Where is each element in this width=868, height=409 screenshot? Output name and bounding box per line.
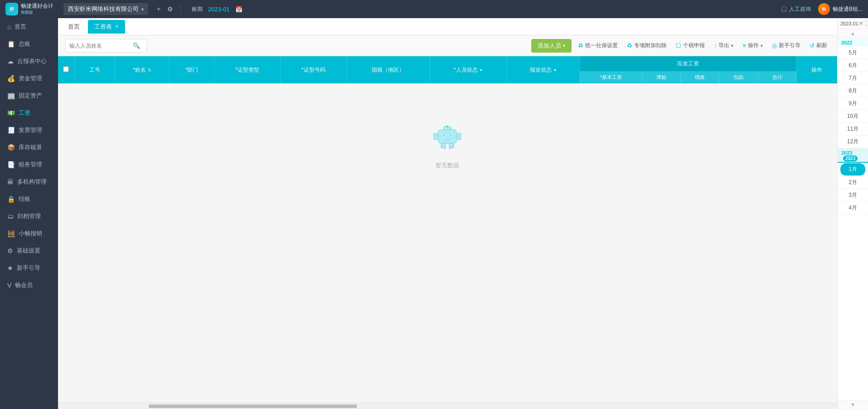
sidebar-item-member[interactable]: V 畅会员: [0, 277, 58, 294]
cal-month-2023-03[interactable]: 3月: [838, 189, 868, 202]
cal-month-2023-02[interactable]: 2月: [838, 176, 868, 189]
scroll-thumb[interactable]: [149, 404, 357, 408]
add-person-label: 添加人员: [538, 42, 561, 50]
cal-month-2022-08[interactable]: 8月: [838, 85, 868, 97]
member-icon: V: [7, 282, 11, 289]
social-security-label: 统一社保设置: [585, 42, 618, 49]
cal-month-2022-10[interactable]: 10月: [838, 110, 868, 123]
personal-tax-btn[interactable]: ☐ 个税申报: [673, 39, 708, 53]
expense-icon: 🧮: [7, 230, 15, 237]
cal-month-2023-04[interactable]: 4月: [838, 202, 868, 214]
sidebar-item-fixed-assets[interactable]: 🏢 固定资产: [0, 87, 58, 104]
sidebar-item-inventory[interactable]: 📦 库存核算: [0, 139, 58, 156]
sidebar-item-general-ledger[interactable]: 📋 总账: [0, 35, 58, 53]
sidebar-item-invoice[interactable]: 🧾 发票管理: [0, 122, 58, 139]
sidebar-label-expense: 小畅报销: [19, 229, 42, 238]
operations-icon: ≡: [742, 42, 746, 49]
sidebar-item-cloud-reports[interactable]: ☁ 云报表中心: [0, 53, 58, 70]
top-header: 好 畅捷通好会计 旗舰版 西安虾米网络科技有限公司 ▾ ＋ ⚙ 账期 2023-…: [0, 0, 868, 18]
cal-month-2022-06[interactable]: 6月: [838, 59, 868, 72]
export-icon: ↑: [714, 42, 717, 49]
sidebar-item-closing[interactable]: 🔒 结账: [0, 190, 58, 208]
operations-label: 操作: [748, 42, 759, 49]
cal-year-2022: 2022: [838, 38, 868, 47]
th-allowance: 津贴: [642, 71, 681, 83]
sidebar-item-home[interactable]: ⌂ 首页: [0, 18, 58, 35]
settings-icon[interactable]: ⚙: [167, 5, 173, 13]
cal-expand-btn[interactable]: ⛶: [865, 20, 868, 27]
tab-close-icon[interactable]: ✕: [115, 24, 119, 29]
guide-btn[interactable]: ◎ 新手引导: [769, 39, 803, 53]
fixed-assets-icon: 🏢: [7, 92, 15, 99]
sidebar-item-multi-org[interactable]: 🏛 多机构管理: [0, 173, 58, 190]
tab-home[interactable]: 首页: [62, 20, 86, 34]
th-performance: 绩效: [681, 71, 719, 83]
cal-months: 2022 5月 6月 7月 8月 9月 10月 11月 12月 2023 202…: [838, 38, 868, 400]
social-security-btn[interactable]: ♻ 统一社保设置: [575, 39, 621, 53]
filter-report-icon[interactable]: ▼: [553, 68, 557, 73]
select-all-checkbox[interactable]: [63, 66, 69, 72]
filter-status-icon[interactable]: ▼: [479, 68, 483, 73]
cal-scroll-up-btn[interactable]: ▲: [838, 29, 868, 38]
period-value[interactable]: 2023-01: [208, 6, 230, 13]
search-input[interactable]: [69, 43, 133, 49]
th-report-status: 报送状态 ▼: [507, 56, 580, 83]
th-nation: 国籍（地区）: [346, 56, 430, 83]
divider: [180, 5, 181, 14]
cal-period-label: 2023.01: [840, 21, 858, 26]
tab-salary[interactable]: 工资表 ✕: [88, 20, 125, 34]
add-company-btn[interactable]: ＋: [155, 5, 162, 13]
operations-btn[interactable]: ≡ 操作 ▾: [740, 39, 766, 53]
sidebar-label-multi-org: 多机构管理: [17, 178, 47, 186]
th-dept: *部门: [170, 56, 214, 83]
company-name: 西安虾米网络科技有限公司: [68, 5, 139, 13]
cal-scroll-down-btn[interactable]: ▼: [838, 400, 868, 409]
sidebar-item-archive[interactable]: 🗂 归档管理: [0, 208, 58, 225]
cal-month-2022-07[interactable]: 7月: [838, 72, 868, 85]
cal-month-2022-09[interactable]: 9月: [838, 97, 868, 110]
sidebar-item-funds[interactable]: 💰 资金管理: [0, 70, 58, 87]
sidebar-item-salary[interactable]: 💵 工资: [0, 104, 58, 122]
empty-state: 暂无数据: [58, 83, 837, 206]
sidebar-label-closing: 结账: [19, 195, 30, 203]
refresh-btn[interactable]: ↺ 刷新: [807, 39, 830, 53]
sidebar-item-expense[interactable]: 🧮 小畅报销: [0, 225, 58, 242]
tax-deduct-label: 专项附加扣除: [634, 42, 667, 49]
calendar-icon[interactable]: 📅: [235, 6, 242, 13]
period-label: 账期: [192, 5, 203, 13]
export-btn[interactable]: ↑ 导出 ▾: [711, 39, 737, 53]
cal-close-btn[interactable]: ✕: [858, 20, 863, 27]
sidebar-label-guide: 新手引导: [17, 264, 40, 272]
company-selector[interactable]: 西安虾米网络科技有限公司 ▾: [63, 3, 148, 15]
th-salary-group: 应发工资: [580, 56, 796, 71]
th-emp-no: 工号: [74, 56, 115, 83]
add-person-button[interactable]: 添加人员 ▾: [531, 39, 572, 53]
export-dropdown-icon: ▾: [731, 44, 733, 48]
sidebar-item-guide[interactable]: ★ 新手引导: [0, 259, 58, 277]
sidebar-label-home: 首页: [15, 23, 26, 31]
salary-table: 工号 *姓名 ⇅ *部门 *证型类型 *证型号码: [58, 56, 837, 206]
support-btn[interactable]: 🎧 人工咨询: [781, 5, 811, 13]
closing-icon: 🔒: [7, 195, 15, 203]
tax-deduct-btn[interactable]: ♻ 专项附加扣除: [624, 39, 669, 53]
cal-month-2022-12[interactable]: 12月: [838, 136, 868, 148]
th-checkbox[interactable]: [58, 56, 74, 83]
guide-toolbar-icon: ◎: [772, 42, 777, 49]
sidebar-item-tax[interactable]: 📑 税务管理: [0, 156, 58, 173]
sidebar-label-cloud-reports: 云报表中心: [17, 57, 47, 65]
th-id-no: *证型号码: [280, 56, 346, 83]
cal-month-2023-01[interactable]: 1月: [840, 163, 865, 176]
cal-month-2022-11[interactable]: 11月: [838, 123, 868, 136]
guide-icon: ★: [7, 264, 13, 272]
sidebar-item-settings[interactable]: ⚙ 基础设置: [0, 242, 58, 259]
inventory-icon: 📦: [7, 144, 15, 151]
cal-month-2022-05[interactable]: 5月: [838, 47, 868, 59]
th-id-type: *证型类型: [214, 56, 280, 83]
empty-text: 暂无数据: [436, 161, 459, 170]
sidebar-label-funds: 资金管理: [19, 74, 42, 83]
sidebar-label-inventory: 库存核算: [19, 143, 42, 151]
sort-name-icon[interactable]: ⇅: [148, 68, 151, 73]
tab-home-label: 首页: [68, 23, 80, 31]
user-area[interactable]: 畅 畅捷通B组...: [818, 3, 863, 15]
cal-year-2023: 2023 2023: [838, 148, 868, 163]
